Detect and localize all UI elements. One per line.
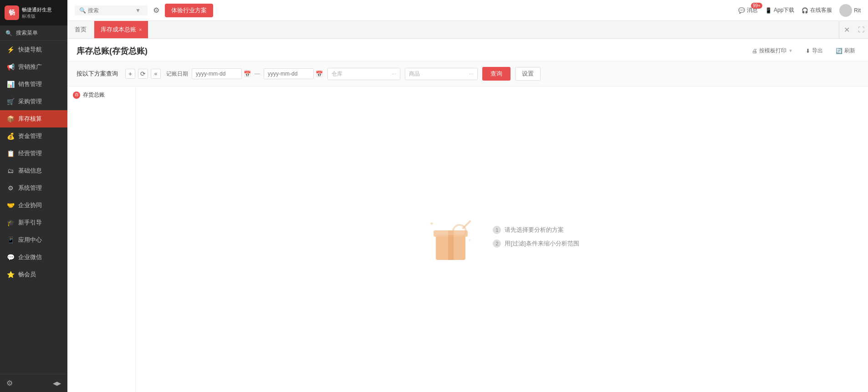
sidebar-footer: ⚙ ◀▶: [0, 374, 67, 392]
filter-collapse-btn[interactable]: «: [151, 69, 161, 79]
goods-more-icon[interactable]: ···: [469, 71, 474, 77]
page-actions: 🖨 按模板打印 ▼ ⬇ 导出 🔄 刷新: [748, 45, 859, 56]
tabbar: 首页 库存成本总账 × ✕ ⛶: [67, 21, 868, 39]
sidebar-item-inventory[interactable]: 📦 库存核算: [0, 110, 67, 127]
step-2-number: 2: [493, 239, 501, 248]
sidebar-item-purchase[interactable]: 🛒 采购管理: [0, 93, 67, 110]
filter-recycle-btn[interactable]: ⟳: [138, 69, 148, 79]
topbar: 🔍 ▼ ⚙ 体验行业方案 💬 消息 99+ 📱 App下载 🎧 在线客服 R: [67, 0, 868, 21]
message-badge: 99+: [751, 3, 762, 9]
refresh-icon: 🔄: [836, 48, 842, 54]
sidebar-item-operation[interactable]: 📋 经营管理: [0, 145, 67, 162]
filter-date-start: 📅: [192, 68, 251, 79]
warehouse-placeholder: 仓库: [332, 70, 392, 78]
sidebar-item-app-center[interactable]: 📱 应用中心: [0, 231, 67, 249]
basic-icon: 🗂: [6, 167, 15, 175]
filter-bar: 按以下方案查询 + ⟳ « 记账日期 📅 — 📅: [67, 61, 868, 87]
scheme-item-icon: 存: [73, 92, 80, 99]
scheme-panel: 存 存货总账: [67, 87, 136, 392]
gear-icon[interactable]: ⚙: [153, 6, 159, 15]
username-label: Rit: [854, 7, 861, 14]
topbar-search-area[interactable]: 🔍 ▼: [75, 5, 148, 15]
avatar: [839, 4, 852, 17]
finance-icon: 💰: [6, 132, 15, 140]
sidebar-item-sales[interactable]: 📊 销售管理: [0, 76, 67, 93]
close-tab-icon[interactable]: ×: [139, 27, 142, 32]
sidebar-item-quick-nav[interactable]: ⚡ 快捷导航: [0, 41, 67, 58]
search-icon: 🔍: [5, 30, 12, 36]
calendar-start-icon[interactable]: 📅: [244, 71, 251, 77]
page-header: 库存总账(存货总账) 🖨 按模板打印 ▼ ⬇ 导出 🔄 刷新: [67, 39, 868, 61]
app-logo: 畅 畅捷通好生意 标准版: [0, 0, 67, 25]
empty-step-2: 2 用[过滤]条件来缩小分析范围: [493, 239, 579, 248]
search-topbar-icon: 🔍: [79, 7, 86, 14]
app-download-btn[interactable]: 📱 App下载: [765, 6, 794, 14]
export-icon: ⬇: [806, 48, 810, 54]
tab-expand-btn[interactable]: ⛶: [854, 21, 868, 38]
svg-rect-2: [448, 235, 454, 260]
empty-box-svg: ✦ ✦: [424, 212, 479, 267]
filter-date-end: 📅: [264, 68, 323, 79]
filter-label: 按以下方案查询: [77, 70, 118, 78]
warehouse-select[interactable]: 仓库 ···: [327, 68, 400, 80]
content-area: 库存总账(存货总账) 🖨 按模板打印 ▼ ⬇ 导出 🔄 刷新 按以下方案查询: [67, 39, 868, 392]
system-icon: ⚙: [6, 184, 15, 192]
export-btn[interactable]: ⬇ 导出: [802, 45, 827, 56]
tab-home[interactable]: 首页: [67, 21, 94, 38]
step-1-number: 1: [493, 226, 501, 234]
print-icon: 🖨: [752, 48, 757, 54]
inventory-icon: 📦: [6, 115, 15, 123]
sidebar-item-member[interactable]: ⭐ 畅会员: [0, 266, 67, 283]
settings-footer-icon[interactable]: ⚙: [6, 379, 13, 387]
message-btn[interactable]: 💬 消息 99+: [738, 6, 758, 14]
query-btn[interactable]: 查询: [482, 67, 511, 81]
tab-close-btn[interactable]: ✕: [839, 21, 854, 38]
empty-step-1: 1 请先选择要分析的方案: [493, 226, 579, 234]
svg-text:✦: ✦: [429, 220, 434, 227]
sidebar-item-finance[interactable]: 💰 资金管理: [0, 127, 67, 145]
sidebar-item-enterprise[interactable]: 🤝 企业协同: [0, 197, 67, 214]
tab-inventory-ledger[interactable]: 库存成本总账 ×: [94, 21, 148, 38]
sales-icon: 📊: [6, 80, 15, 88]
date-separator: —: [255, 71, 260, 77]
date-start-input[interactable]: [192, 68, 242, 79]
warehouse-more-icon[interactable]: ···: [392, 71, 396, 77]
print-btn[interactable]: 🖨 按模板打印 ▼: [748, 45, 797, 56]
sidebar-search[interactable]: 🔍 搜索菜单: [0, 25, 67, 41]
online-support-btn[interactable]: 🎧 在线客服: [802, 6, 832, 14]
empty-text-block: 1 请先选择要分析的方案 2 用[过滤]条件来缩小分析范围: [493, 226, 579, 253]
filter-actions: + ⟳ «: [125, 69, 161, 79]
marketing-icon: 📢: [6, 63, 15, 71]
sidebar-item-system[interactable]: ⚙ 系统管理: [0, 179, 67, 197]
scheme-item-inventory[interactable]: 存 存货总账: [67, 87, 135, 103]
sidebar-nav: ⚡ 快捷导航 📢 营销推广 📊 销售管理 🛒 采购管理 📦 库存核算 💰 资金管…: [0, 41, 67, 374]
collapse-footer-icon[interactable]: ◀▶: [53, 380, 61, 387]
sidebar-item-basic[interactable]: 🗂 基础信息: [0, 162, 67, 179]
sidebar-item-marketing[interactable]: 📢 营销推广: [0, 58, 67, 76]
goods-select[interactable]: 商品 ···: [405, 68, 478, 80]
goods-placeholder: 商品: [409, 70, 469, 78]
refresh-btn[interactable]: 🔄 刷新: [832, 45, 859, 56]
industry-btn[interactable]: 体验行业方案: [165, 4, 213, 17]
headset-icon: 🎧: [802, 7, 808, 14]
app-name: 畅捷通好生意 标准版: [22, 6, 52, 19]
filter-conditions: 记账日期 📅 — 📅 仓库 ··· 商品: [166, 67, 859, 81]
operation-icon: 📋: [6, 149, 15, 158]
calendar-end-icon[interactable]: 📅: [316, 71, 323, 77]
page-title: 库存总账(存货总账): [77, 46, 148, 56]
filter-add-btn[interactable]: +: [125, 69, 135, 79]
member-icon: ⭐: [6, 270, 15, 279]
empty-illustration: ✦ ✦: [424, 212, 479, 267]
chevron-down-icon[interactable]: ▼: [135, 7, 141, 14]
user-area[interactable]: Rit: [839, 4, 861, 17]
body-area: 存 存货总账: [67, 87, 868, 392]
enterprise-icon: 🤝: [6, 201, 15, 209]
topbar-search-input[interactable]: [88, 7, 133, 14]
topbar-right: 💬 消息 99+ 📱 App下载 🎧 在线客服 Rit: [738, 4, 861, 17]
sidebar-item-newbie[interactable]: 🎓 新手引导: [0, 214, 67, 231]
sidebar-item-wechat[interactable]: 💬 企业微信: [0, 249, 67, 266]
main-area: 🔍 ▼ ⚙ 体验行业方案 💬 消息 99+ 📱 App下载 🎧 在线客服 R: [67, 0, 868, 392]
filter-settings-btn[interactable]: 设置: [515, 67, 541, 81]
print-chevron-icon: ▼: [788, 48, 793, 53]
date-end-input[interactable]: [264, 68, 314, 79]
